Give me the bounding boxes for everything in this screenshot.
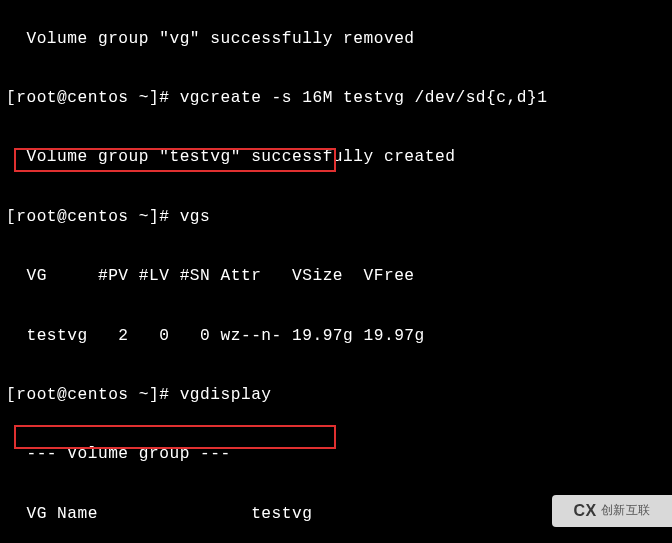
prompt: [root@centos ~]#: [6, 208, 180, 226]
watermark-logo: CX: [573, 501, 596, 521]
command-vgdisplay: vgdisplay: [180, 386, 272, 404]
vgs-header: VG #PV #LV #SN Attr VSize VFree: [0, 267, 672, 287]
prompt-line: [root@centos ~]# vgs: [0, 208, 672, 228]
prompt: [root@centos ~]#: [6, 386, 180, 404]
watermark-text: 创新互联: [601, 501, 651, 521]
command-vgs: vgs: [180, 208, 211, 226]
prompt: [root@centos ~]#: [6, 89, 180, 107]
command-vgcreate: vgcreate -s 16M testvg /dev/sd{c,d}1: [180, 89, 548, 107]
prompt-line: [root@centos ~]# vgdisplay: [0, 386, 672, 406]
output-line: Volume group "vg" successfully removed: [0, 30, 672, 50]
vg-header: --- Volume group ---: [0, 445, 672, 465]
output-line: Volume group "testvg" successfully creat…: [0, 148, 672, 168]
terminal-window[interactable]: Volume group "vg" successfully removed […: [0, 0, 672, 543]
vgs-row: testvg 2 0 0 wz--n- 19.97g 19.97g: [0, 327, 672, 347]
watermark: CX 创新互联: [552, 495, 672, 527]
prompt-line: [root@centos ~]# vgcreate -s 16M testvg …: [0, 89, 672, 109]
